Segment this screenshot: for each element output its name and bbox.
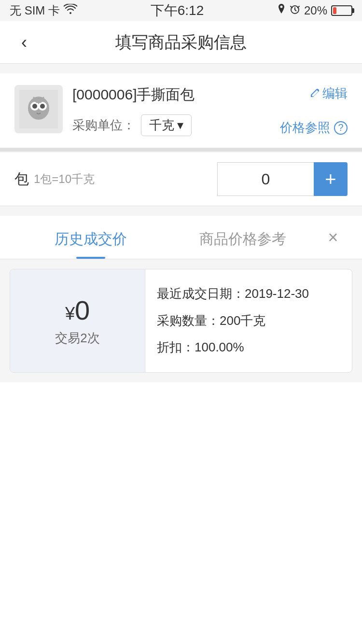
quantity-detail-value: 200千克 <box>220 313 265 328</box>
price-ref-label: 价格参照 <box>280 119 330 136</box>
wifi-icon <box>64 4 77 17</box>
svg-point-5 <box>32 104 37 109</box>
price-card: ¥0 交易2次 最近成交日期：2019-12-30 采购数量：200千克 折扣：… <box>10 269 352 373</box>
battery-text: 20% <box>304 4 327 17</box>
status-left: 无 SIM 卡 <box>10 3 77 18</box>
battery-icon <box>331 5 352 16</box>
product-name: [0000006]手撕面包 <box>72 85 348 105</box>
tab-history-price[interactable]: 历史成交价 <box>14 216 167 259</box>
price-card-container: ¥0 交易2次 最近成交日期：2019-12-30 采购数量：200千克 折扣：… <box>0 259 362 382</box>
nav-bar: ‹ 填写商品采购信息 <box>0 21 362 64</box>
tab-history-label: 历史成交价 <box>55 231 127 247</box>
unit-label: 采购单位： <box>72 117 135 134</box>
alarm-icon <box>290 4 300 17</box>
status-bar: 无 SIM 卡 下午6:12 20% <box>0 0 362 21</box>
product-card: [0000006]手撕面包 采购单位： 千克 ▾ 编辑 价格参照 ? <box>0 73 362 148</box>
quantity-input[interactable]: 0 <box>217 162 314 196</box>
price-right-panel: 最近成交日期：2019-12-30 采购数量：200千克 折扣：100.00% <box>145 269 352 372</box>
edit-label: 编辑 <box>322 85 348 102</box>
quantity-control: 0 + <box>217 162 348 196</box>
recent-date-value: 2019-12-30 <box>245 286 309 301</box>
tab-product-label: 商品价格参考 <box>199 231 286 247</box>
price-main-value: ¥0 <box>65 294 90 326</box>
separator <box>0 148 362 152</box>
gps-icon <box>277 4 286 17</box>
price-value: 0 <box>75 295 90 325</box>
unit-select[interactable]: 千克 ▾ <box>141 114 192 136</box>
recent-date-label: 最近成交日期： <box>157 286 245 301</box>
quantity-detail-label: 采购数量： <box>157 313 220 328</box>
svg-point-6 <box>40 104 45 109</box>
quantity-left: 包 1包=10千克 <box>14 169 95 189</box>
tabs-container: 历史成交价 商品价格参考 × <box>0 216 362 259</box>
discount-row: 折扣：100.00% <box>157 337 340 358</box>
package-sub-label: 1包=10千克 <box>34 171 95 187</box>
status-right: 20% <box>277 4 352 17</box>
package-label: 包 <box>14 169 29 189</box>
page-title: 填写商品采购信息 <box>115 31 247 54</box>
product-thumbnail <box>14 85 63 133</box>
currency-symbol: ¥ <box>65 304 75 323</box>
quantity-plus-button[interactable]: + <box>314 162 348 196</box>
quantity-row-detail: 采购数量：200千克 <box>157 311 340 331</box>
recent-date-row: 最近成交日期：2019-12-30 <box>157 284 340 304</box>
edit-button[interactable]: 编辑 <box>310 85 348 102</box>
quantity-row: 包 1包=10千克 0 + <box>0 153 362 206</box>
discount-label: 折扣： <box>157 340 195 354</box>
price-trades: 交易2次 <box>55 330 99 347</box>
unit-dropdown-icon: ▾ <box>177 118 183 133</box>
status-time: 下午6:12 <box>151 1 204 20</box>
tab-close-button[interactable]: × <box>319 223 348 252</box>
bottom-area <box>0 382 362 644</box>
back-button[interactable]: ‹ <box>10 28 39 57</box>
unit-value: 千克 <box>149 117 174 134</box>
tab-product-price[interactable]: 商品价格参考 <box>167 216 319 259</box>
price-left-panel: ¥0 交易2次 <box>10 269 145 372</box>
price-reference-button[interactable]: 价格参照 ? <box>280 119 348 136</box>
discount-value: 100.00% <box>195 340 244 354</box>
carrier-text: 无 SIM 卡 <box>10 3 60 18</box>
help-icon: ? <box>334 121 348 135</box>
